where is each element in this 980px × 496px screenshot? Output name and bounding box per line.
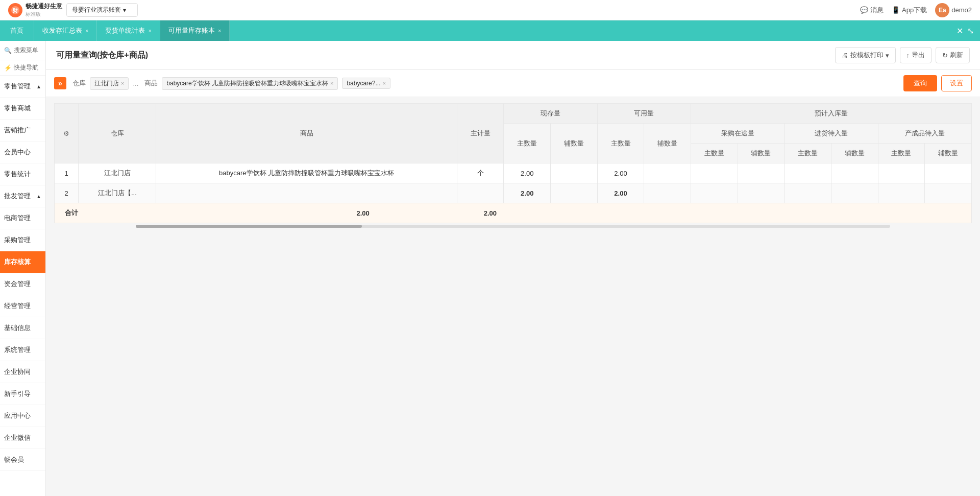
col-purchase-aux-header: 辅数量 (738, 144, 785, 163)
footer-available-main: 2.00 (458, 209, 522, 217)
expand-icon: » (58, 79, 62, 87)
filter-expand-btn[interactable]: » (54, 77, 66, 89)
logo-icon: 财 (8, 3, 22, 17)
refresh-icon: ↻ (942, 52, 948, 59)
retail-mgmt-arrow-icon: ▲ (36, 84, 41, 89)
sidebar-item-marketing[interactable]: 营销推广 (0, 120, 45, 141)
table-area: ⚙ 仓库 商品 主计量 现存量 可用量 预计入库量 主数量 辅数量 主数量 辅数… (46, 97, 980, 235)
tab-order-stats-close[interactable]: × (148, 28, 151, 34)
tab-available-stock-close[interactable]: × (218, 28, 221, 34)
col-purchase-group-header: 采购在途量 (691, 124, 784, 144)
user-area[interactable]: Ea demo2 (935, 3, 972, 17)
sidebar-item-inventory[interactable]: 库存核算 (0, 251, 45, 273)
expand-btn[interactable]: ⤡ (967, 26, 974, 36)
sidebar-item-member-vip-label: 畅会员 (4, 455, 24, 464)
sidebar-item-app-center[interactable]: 应用中心 (0, 405, 45, 427)
tab-home[interactable]: 首页 (0, 20, 34, 41)
product-tag2-remove[interactable]: × (382, 80, 385, 86)
col-available-aux-header: 辅数量 (644, 124, 691, 163)
sidebar-quick-nav[interactable]: ⚡ 快捷导航 (0, 60, 45, 76)
refresh-btn[interactable]: ↻ 刷新 (936, 47, 970, 63)
warehouse-filter-label: 仓库 (72, 79, 86, 88)
sidebar-item-inventory-label: 库存核算 (4, 257, 31, 267)
sidebar-item-retail-mgmt[interactable]: 零售管理 ▲ (0, 76, 45, 98)
col-settings-icon: ⚙ (63, 130, 69, 137)
close-all-btn[interactable]: ✕ (957, 26, 963, 36)
page-header: 可用量查询(按仓库+商品) 🖨 按模板打印 ▾ ↑ 导出 ↻ 刷新 (46, 41, 980, 70)
row2-purchase-main (691, 183, 738, 203)
sidebar-item-retail-stats[interactable]: 零售统计 (0, 163, 45, 185)
col-available-main-header: 主数量 (597, 124, 644, 163)
tenant-selector[interactable]: 母婴行业演示账套 ▾ (66, 3, 138, 17)
col-available-group-header: 可用量 (597, 104, 691, 124)
sidebar: 🔍 搜索菜单 ⚡ 快捷导航 零售管理 ▲ 零售商城 营销推广 会员中心 零售统计… (0, 41, 46, 496)
sidebar-item-retail-mall-label: 零售商城 (4, 104, 31, 113)
warehouse-tag-remove[interactable]: × (121, 80, 124, 86)
col-settings-header[interactable]: ⚙ (55, 104, 79, 163)
sidebar-item-member-vip[interactable]: 畅会员 (0, 449, 45, 471)
col-production-group-header: 产成品待入量 (878, 124, 971, 144)
settings-btn[interactable]: 设置 (941, 75, 972, 91)
sidebar-item-retail-mall[interactable]: 零售商城 (0, 98, 45, 120)
sidebar-item-system-label: 系统管理 (4, 345, 31, 355)
footer-label: 合计 (59, 208, 140, 218)
tab-order-stats[interactable]: 要货单统计表 × (97, 20, 160, 41)
col-planned-group-header: 预计入库量 (691, 104, 971, 124)
username: demo2 (951, 6, 972, 14)
app-download-btn[interactable]: 📱 App下载 (892, 6, 927, 15)
export-icon: ↑ (906, 52, 910, 59)
sidebar-search-label: 搜索菜单 (14, 46, 38, 55)
product-filter-tag1[interactable]: babycare学饮杯 儿童防摔防撞吸管杯重力球吸嘴杯宝宝水杯 × (162, 77, 338, 90)
row2-unit (457, 183, 504, 203)
tab-receivable-close[interactable]: × (85, 28, 88, 34)
sidebar-item-retail-stats-label: 零售统计 (4, 170, 31, 179)
col-stock-main-header: 主数量 (504, 124, 551, 163)
row2-product (156, 183, 457, 203)
product-filter-label: 商品 (144, 79, 158, 88)
scrollbar-track[interactable] (136, 225, 890, 228)
row1-stock-aux (551, 163, 598, 183)
product-filter-tag2[interactable]: babycare?... × (342, 78, 390, 89)
row2-purchase-aux (738, 183, 785, 203)
tab-available-stock[interactable]: 可用量库存账本 × (160, 20, 230, 41)
row1-purchase-aux (738, 163, 785, 183)
nav-tabs: 首页 收发存汇总表 × 要货单统计表 × 可用量库存账本 × ✕ ⤡ (0, 20, 980, 41)
scrollbar-thumb (136, 225, 362, 228)
tab-receivable[interactable]: 收发存汇总表 × (34, 20, 97, 41)
sidebar-search[interactable]: 🔍 搜索菜单 (0, 41, 45, 60)
sidebar-item-enterprise-collab[interactable]: 企业协同 (0, 361, 45, 383)
sidebar-item-operations[interactable]: 经营管理 (0, 295, 45, 317)
row1-warehouse: 江北门店 (79, 163, 156, 183)
table-row: 2 江北门店【... 2.00 2.00 (55, 183, 972, 203)
query-btn[interactable]: 查询 (903, 75, 937, 91)
sidebar-item-wholesale[interactable]: 批发管理 ▲ (0, 185, 45, 207)
tab-order-stats-label: 要货单统计表 (105, 26, 145, 35)
message-label: 消息 (870, 6, 884, 15)
sidebar-item-finance[interactable]: 资金管理 (0, 273, 45, 295)
sidebar-item-basic-info[interactable]: 基础信息 (0, 317, 45, 339)
warehouse-filter-tag[interactable]: 江北门店 × (90, 77, 129, 90)
main-layout: 🔍 搜索菜单 ⚡ 快捷导航 零售管理 ▲ 零售商城 营销推广 会员中心 零售统计… (0, 41, 980, 496)
print-btn[interactable]: 🖨 按模板打印 ▾ (835, 47, 896, 63)
row2-available-aux (644, 183, 691, 203)
row1-production-aux (925, 163, 972, 183)
sidebar-item-beginner-guide[interactable]: 新手引导 (0, 383, 45, 405)
filter-area: » 仓库 江北门店 × ... 商品 babycare学饮杯 儿童防摔防撞吸管杯… (46, 70, 980, 97)
sidebar-item-purchase[interactable]: 采购管理 (0, 229, 45, 251)
sidebar-item-wholesale-label: 批发管理 (4, 192, 31, 201)
message-btn[interactable]: 💬 消息 (860, 6, 884, 15)
warehouse-filter-more[interactable]: ... (133, 80, 138, 87)
sidebar-item-member-center[interactable]: 会员中心 (0, 141, 45, 163)
sidebar-item-ecommerce[interactable]: 电商管理 (0, 207, 45, 229)
sidebar-item-enterprise-wechat[interactable]: 企业微信 (0, 427, 45, 449)
sidebar-item-system[interactable]: 系统管理 (0, 339, 45, 361)
avatar: Ea (935, 3, 949, 17)
export-btn[interactable]: ↑ 导出 (900, 47, 932, 63)
page-title: 可用量查询(按仓库+商品) (56, 50, 148, 61)
sidebar-item-beginner-guide-label: 新手引导 (4, 389, 31, 398)
table-row: 1 江北门店 babycare学饮杯 儿童防摔防撞吸管杯重力球吸嘴杯宝宝水杯 个… (55, 163, 972, 183)
row1-stock-main: 2.00 (504, 163, 551, 183)
product-tag1-remove[interactable]: × (330, 80, 333, 86)
row1-unit: 个 (457, 163, 504, 183)
tab-home-label: 首页 (10, 26, 23, 35)
